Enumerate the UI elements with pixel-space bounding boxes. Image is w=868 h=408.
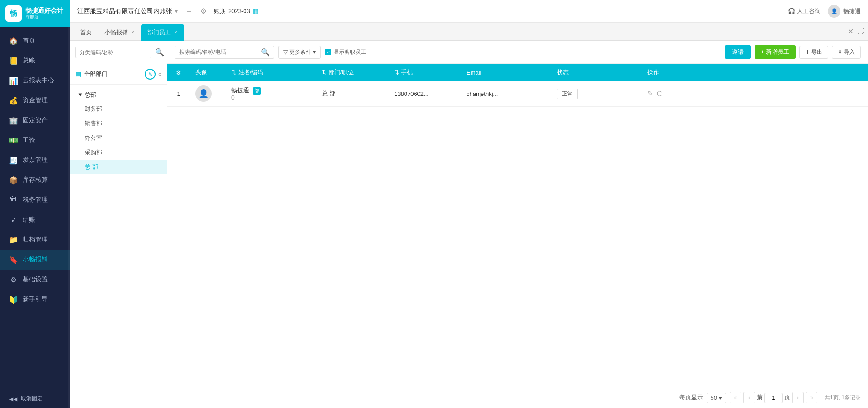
tab-home[interactable]: 首页 <box>74 24 98 41</box>
settings-gear-icon[interactable]: ⚙ <box>200 7 207 15</box>
invite-button[interactable]: 邀请 <box>725 45 751 59</box>
toolbar-right: 邀请 + 新增员工 ⬆ 导出 ⬇ 导入 <box>725 45 861 59</box>
page-number-input[interactable] <box>764 393 783 403</box>
maximize-window-button[interactable]: ⛶ <box>857 27 864 36</box>
sidebar-nav: 🏠 首页 📒 总账 📊 云报表中心 💰 资金管理 🏢 固定资产 💵 工资 🧾 发… <box>0 27 70 389</box>
unpin-icon: ◀◀ <box>9 396 17 402</box>
dept-group-root: ▼ 总部 <box>70 88 167 102</box>
ledger-icon: 📒 <box>9 56 18 65</box>
edit-button[interactable]: ✎ <box>647 90 653 98</box>
logout-button[interactable]: ⬡ <box>657 90 663 98</box>
col-avatar: 头像 <box>190 64 226 81</box>
prev-page-button[interactable]: ‹ <box>743 392 755 403</box>
last-page-button[interactable]: » <box>806 392 817 403</box>
sidebar-item-tax[interactable]: 🏛 税务管理 <box>0 190 70 210</box>
sidebar-item-expense[interactable]: 🔖 小畅报销 <box>0 250 70 270</box>
prev-page-icon: ‹ <box>748 394 750 401</box>
dept-search-input[interactable] <box>75 47 151 58</box>
sidebar-logo: 畅 畅捷通好会计 旗舰版 <box>0 0 70 27</box>
cell-actions: ✎ ⬡ <box>642 81 868 107</box>
employee-badge: 部 <box>253 87 261 95</box>
dept-tree: ▼ 总部 财务部 销售部 办公室 采购部 总 部 <box>70 85 167 408</box>
tab-employees-close[interactable]: ✕ <box>174 29 178 35</box>
sidebar-item-invoice[interactable]: 🧾 发票管理 <box>0 150 70 170</box>
dept-header: ▦ 全部部门 ✎ « <box>70 64 167 85</box>
dept-edit-button[interactable]: ✎ <box>145 69 156 80</box>
import-button[interactable]: ⬇ 导入 <box>832 46 861 59</box>
cell-email: chanjethkj... <box>461 81 552 107</box>
sidebar-item-guide[interactable]: 🔰 新手引导 <box>0 289 70 309</box>
cell-name: 畅捷通 部 0 <box>226 81 316 107</box>
cell-phone: 138070602... <box>389 81 461 107</box>
employee-search-icon[interactable]: 🔍 <box>257 46 274 58</box>
company-dropdown-icon: ▾ <box>175 8 178 14</box>
topbar-right: 🎧 人工咨询 👤 畅捷通 <box>788 5 861 18</box>
next-page-button[interactable]: › <box>792 392 804 403</box>
employee-toolbar: 🔍 ▽ 更多条件 ▾ ✓ 显示离职员工 邀请 + 新增员工 ⬆ 导出 <box>167 41 868 64</box>
help-button[interactable]: 🎧 人工咨询 <box>788 7 821 15</box>
period-value: 2023-03 <box>228 8 250 14</box>
sidebar-item-ledger[interactable]: 📒 总账 <box>0 51 70 71</box>
employee-table-container: ⚙ 头像 ⇅ 姓名/编码 ⇅ 部门/职位 ⇅ 手机 Email <box>167 64 868 387</box>
topbar: 江西服宝精品有限责任公司内账张 ▾ ＋ ⚙ 账期 2023-03 ▦ 🎧 人工咨… <box>70 0 868 23</box>
show-resigned-checkbox: ✓ <box>325 49 331 55</box>
dept-item-general[interactable]: 总 部 <box>70 160 167 174</box>
sidebar-item-checkout[interactable]: ✓ 结账 <box>0 210 70 230</box>
sidebar-item-funds[interactable]: 💰 资金管理 <box>0 90 70 110</box>
reports-icon: 📊 <box>9 76 18 85</box>
cell-dept: 总 部 <box>316 81 389 107</box>
last-page-icon: » <box>810 394 813 401</box>
col-settings[interactable]: ⚙ <box>167 64 190 81</box>
salary-icon: 💵 <box>9 136 18 145</box>
sidebar-item-inventory[interactable]: 📦 库存核算 <box>0 170 70 190</box>
company-name: 江西服宝精品有限责任公司内账张 <box>77 7 172 15</box>
sidebar-pin-toggle[interactable]: ◀◀ 取消固定 <box>0 389 70 408</box>
sidebar-item-salary[interactable]: 💵 工资 <box>0 130 70 150</box>
add-employee-button[interactable]: + 新增员工 <box>755 45 796 59</box>
window-controls: ✕ ⛶ <box>848 27 864 36</box>
employee-table: ⚙ 头像 ⇅ 姓名/编码 ⇅ 部门/职位 ⇅ 手机 Email <box>167 64 868 107</box>
sidebar-item-home[interactable]: 🏠 首页 <box>0 31 70 51</box>
sidebar-item-archive[interactable]: 📁 归档管理 <box>0 230 70 250</box>
funds-icon: 💰 <box>9 96 18 105</box>
tab-employees[interactable]: 部门员工 ✕ <box>141 24 184 41</box>
employee-avatar: 👤 <box>195 85 212 102</box>
dept-item-purchase[interactable]: 采购部 <box>70 145 167 160</box>
calendar-icon[interactable]: ▦ <box>253 8 258 14</box>
more-filters-button[interactable]: ▽ 更多条件 ▾ <box>278 46 321 59</box>
add-company-button[interactable]: ＋ <box>183 6 195 17</box>
dept-collapse-icon[interactable]: « <box>158 71 161 77</box>
cell-status: 正常 <box>552 81 642 107</box>
first-page-button[interactable]: « <box>730 392 741 403</box>
col-dept[interactable]: ⇅ 部门/职位 <box>316 64 389 81</box>
sidebar-item-settings[interactable]: ⚙ 基础设置 <box>0 270 70 289</box>
tab-expense[interactable]: 小畅报销 ✕ <box>98 24 141 41</box>
sidebar-item-assets[interactable]: 🏢 固定资产 <box>0 110 70 130</box>
avatar: 👤 <box>828 5 840 18</box>
close-window-button[interactable]: ✕ <box>848 27 854 36</box>
page-size-label: 每页显示 <box>679 394 703 402</box>
col-phone[interactable]: ⇅ 手机 <box>389 64 461 81</box>
export-button[interactable]: ⬆ 导出 <box>799 46 828 59</box>
page-size-selector[interactable]: 50 ▾ <box>707 393 726 403</box>
dept-item-finance[interactable]: 财务部 <box>70 102 167 116</box>
col-name[interactable]: ⇅ 姓名/编码 <box>226 64 316 81</box>
col-email: Email <box>461 64 552 81</box>
dept-item-sales[interactable]: 销售部 <box>70 116 167 131</box>
first-page-icon: « <box>734 394 737 401</box>
action-buttons: ✎ ⬡ <box>647 90 863 98</box>
dept-item-office[interactable]: 办公室 <box>70 131 167 145</box>
sidebar-item-reports[interactable]: 📊 云报表中心 <box>0 71 70 90</box>
show-resigned-toggle[interactable]: ✓ 显示离职员工 <box>325 48 366 56</box>
user-menu[interactable]: 👤 畅捷通 <box>828 5 861 18</box>
dept-search-icon[interactable]: 🔍 <box>151 46 167 58</box>
tab-expense-close[interactable]: ✕ <box>131 29 135 35</box>
inventory-icon: 📦 <box>9 176 18 185</box>
main-content: 江西服宝精品有限责任公司内账张 ▾ ＋ ⚙ 账期 2023-03 ▦ 🎧 人工咨… <box>70 0 868 408</box>
expense-icon: 🔖 <box>9 255 18 264</box>
period-label: 账期 <box>214 7 226 15</box>
employee-search-input[interactable] <box>175 47 257 57</box>
import-icon: ⬇ <box>838 49 842 55</box>
total-info: 共1页, 1条记录 <box>825 394 861 402</box>
company-selector[interactable]: 江西服宝精品有限责任公司内账张 ▾ <box>77 7 178 15</box>
